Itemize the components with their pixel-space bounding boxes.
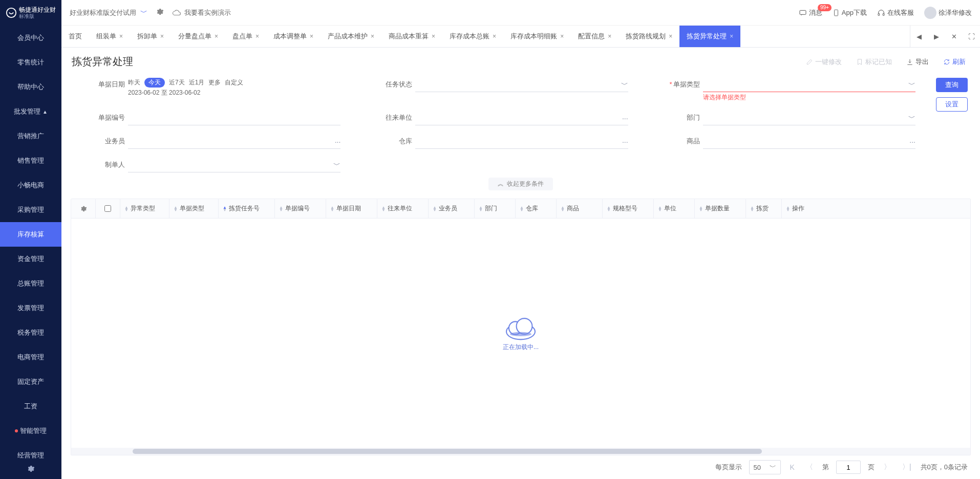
column-header[interactable]: ▲▼拣货任务号 (219, 199, 275, 218)
sidebar-item[interactable]: 库存核算 (0, 222, 61, 247)
close-icon[interactable]: × (432, 33, 435, 40)
tab[interactable]: 盘点单× (225, 26, 266, 47)
column-header[interactable]: ▲▼仓库 (516, 199, 557, 218)
first-page-button[interactable]: K (788, 463, 797, 471)
sidebar-item[interactable]: 电商管理 (0, 345, 61, 369)
tab[interactable]: 产品成本维护× (321, 26, 381, 47)
sidebar-item[interactable]: 经营管理 (0, 443, 61, 459)
page-number-input[interactable] (836, 461, 861, 474)
date-option[interactable]: 昨天 (128, 78, 140, 87)
tab[interactable]: 拆卸单× (130, 26, 171, 47)
search-panel: 单据日期 昨天今天近7天近1月更多自定义 2023-06-02 至 2023-0… (61, 76, 980, 199)
settings-button[interactable] (156, 8, 164, 17)
partner-input[interactable]: ··· (415, 111, 628, 125)
sidebar-item[interactable]: 营销推广 (0, 124, 61, 148)
column-header[interactable]: ▲▼往来单位 (377, 199, 429, 218)
column-header[interactable]: ▲▼拣货 (746, 199, 782, 218)
support-button[interactable]: 在线客服 (877, 8, 914, 17)
tab[interactable]: 商品成本重算× (381, 26, 442, 47)
sidebar-item[interactable]: 批发管理▲ (0, 99, 61, 124)
tab[interactable]: 拣货异常处理× (679, 26, 740, 47)
sidebar-item[interactable]: 资金管理 (0, 247, 61, 271)
search-button[interactable]: 查询 (936, 78, 968, 92)
salesman-input[interactable]: ··· (128, 135, 340, 149)
bill-no-input[interactable] (128, 111, 340, 125)
tab[interactable]: 组装单× (89, 26, 130, 47)
sidebar-item[interactable]: 采购管理 (0, 198, 61, 222)
date-option[interactable]: 近1月 (189, 78, 205, 87)
prev-page-button[interactable]: 〈 (804, 463, 815, 472)
tabs-next-button[interactable]: ▶ (928, 33, 945, 40)
date-option[interactable]: 更多 (208, 78, 221, 87)
column-header[interactable]: ▲▼单据类型 (169, 199, 219, 218)
task-status-select[interactable]: ﹀ (415, 78, 628, 92)
goods-input[interactable]: ··· (703, 135, 915, 149)
date-option[interactable]: 今天 (144, 78, 165, 88)
column-header[interactable]: ▲▼单据日期 (326, 199, 377, 218)
horizontal-scrollbar[interactable] (71, 448, 970, 455)
fullscreen-button[interactable]: ⛶ (963, 33, 980, 40)
sidebar-item[interactable]: 智能管理 (0, 419, 61, 443)
close-icon[interactable]: × (215, 33, 218, 40)
close-icon[interactable]: × (119, 33, 123, 40)
close-icon[interactable]: × (160, 33, 164, 40)
close-icon[interactable]: × (255, 33, 259, 40)
next-page-button[interactable]: 〉 (882, 463, 893, 472)
sidebar-item[interactable]: 固定资产 (0, 369, 61, 394)
last-page-button[interactable]: 〉| (900, 463, 913, 472)
sidebar-item[interactable]: 会员中心 (0, 26, 61, 50)
close-icon[interactable]: × (608, 33, 611, 40)
per-page-select[interactable]: 50 ﹀ (749, 460, 781, 474)
settings-button[interactable]: 设置 (936, 97, 968, 112)
tab[interactable]: 首页 (61, 26, 89, 47)
close-icon[interactable]: × (371, 33, 374, 40)
sidebar-item[interactable]: 发票管理 (0, 296, 61, 320)
sidebar-item[interactable]: 零售统计 (0, 50, 61, 75)
tabs-close-all-button[interactable]: ✕ (945, 33, 963, 40)
bill-type-select[interactable]: ﹀ (703, 78, 915, 92)
column-header[interactable]: ▲▼单位 (654, 199, 695, 218)
sidebar-item[interactable]: 销售管理 (0, 148, 61, 173)
column-header[interactable]: ▲▼操作 (782, 199, 823, 218)
tab[interactable]: 成本调整单× (266, 26, 321, 47)
collapse-filters-button[interactable]: ︽ 收起更多条件 (488, 178, 553, 190)
column-header[interactable]: ▲▼单据编号 (275, 199, 326, 218)
table-settings-button[interactable] (71, 199, 96, 218)
column-header[interactable]: ▲▼业务员 (429, 199, 475, 218)
refresh-button[interactable]: 刷新 (939, 55, 970, 69)
close-icon[interactable]: × (560, 33, 564, 40)
demo-link[interactable]: 我要看实例演示 (172, 8, 231, 17)
column-header[interactable]: ▲▼规格型号 (603, 199, 654, 218)
column-header[interactable]: ▲▼商品 (557, 199, 603, 218)
export-button[interactable]: 导出 (902, 55, 933, 69)
column-header[interactable]: ▲▼异常类型 (120, 199, 169, 218)
product-switcher[interactable]: 好业财标准版交付试用 ﹀ (70, 8, 147, 17)
date-option[interactable]: 近7天 (169, 78, 185, 87)
sidebar-item[interactable]: 帮助中心 (0, 75, 61, 99)
messages-button[interactable]: 消息 99+ (799, 8, 822, 17)
sidebar-item[interactable]: 工资 (0, 394, 61, 419)
warehouse-input[interactable]: ··· (415, 135, 628, 149)
dept-select[interactable]: ﹀ (703, 111, 915, 125)
tab[interactable]: 拣货路线规划× (619, 26, 679, 47)
close-icon[interactable]: × (310, 33, 313, 40)
tab[interactable]: 分量盘点单× (171, 26, 225, 47)
tab[interactable]: 库存成本明细账× (503, 26, 571, 47)
tabs-prev-button[interactable]: ◀ (910, 33, 928, 40)
date-option[interactable]: 自定义 (225, 78, 243, 87)
sidebar-item[interactable]: 总账管理 (0, 271, 61, 296)
column-header[interactable]: ▲▼单据数量 (695, 199, 746, 218)
app-download-button[interactable]: App下载 (833, 8, 867, 17)
maker-select[interactable]: ﹀ (128, 158, 340, 172)
sidebar-item[interactable]: 税务管理 (0, 320, 61, 345)
select-all-checkbox[interactable] (96, 199, 120, 218)
tab[interactable]: 配置信息× (571, 26, 619, 47)
close-icon[interactable]: × (493, 33, 496, 40)
user-menu[interactable]: 徐泽华修改 (924, 7, 972, 19)
tab[interactable]: 库存成本总账× (442, 26, 503, 47)
column-header[interactable]: ▲▼部门 (475, 199, 516, 218)
close-icon[interactable]: × (669, 33, 672, 40)
sidebar-settings[interactable] (0, 459, 61, 479)
sidebar-item[interactable]: 小畅电商 (0, 173, 61, 198)
close-icon[interactable]: × (730, 33, 733, 40)
